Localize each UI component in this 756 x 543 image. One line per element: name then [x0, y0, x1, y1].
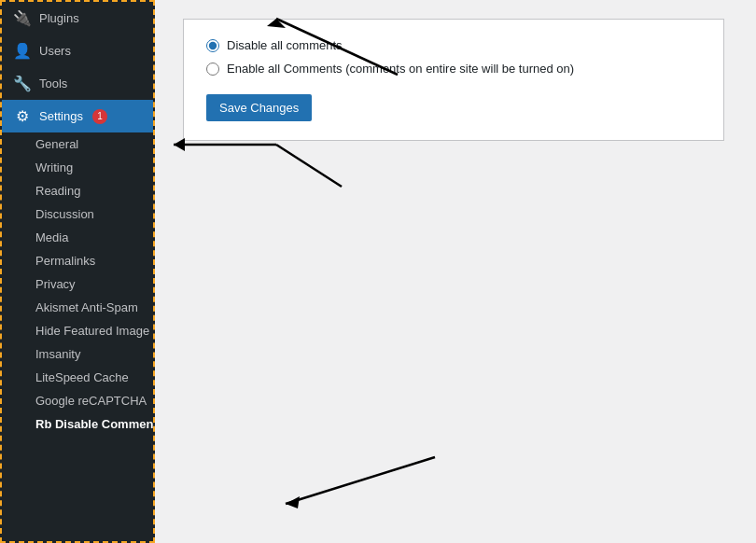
submenu-item-recaptcha[interactable]: Google reCAPTCHA: [2, 389, 153, 412]
save-changes-button[interactable]: Save Changes: [206, 94, 312, 121]
submenu-item-hide-featured[interactable]: Hide Featured Image: [2, 319, 153, 342]
submenu-item-media[interactable]: Media: [2, 226, 153, 249]
enable-all-label: Enable all Comments (comments on entire …: [227, 62, 574, 76]
submenu-item-rb-disable[interactable]: Rb Disable Comments: [2, 412, 153, 436]
sidebar: 🔌 Plugins 👤 Users 🔧 Tools ⚙ Settings 1 G…: [0, 0, 155, 543]
sidebar-item-label: Plugins: [39, 11, 79, 25]
svg-line-5: [286, 457, 435, 504]
settings-submenu: General Writing Reading Discussion Media…: [2, 132, 153, 436]
disable-all-radio[interactable]: [206, 39, 219, 52]
tools-icon: 🔧: [13, 75, 32, 92]
sidebar-item-settings[interactable]: ⚙ Settings 1: [2, 100, 153, 132]
svg-marker-6: [286, 496, 300, 508]
submenu-item-imsanity[interactable]: Imsanity: [2, 342, 153, 366]
arrow-settings-menu: [174, 138, 342, 187]
submenu-item-writing[interactable]: Writing: [2, 156, 153, 179]
settings-icon: ⚙: [13, 107, 32, 125]
users-icon: 👤: [13, 42, 32, 60]
sidebar-item-users[interactable]: 👤 Users: [2, 35, 153, 67]
submenu-item-litespeed[interactable]: LiteSpeed Cache: [2, 366, 153, 389]
settings-form: Disable all comments Enable all Comments…: [183, 19, 724, 141]
settings-badge: 1: [92, 109, 107, 124]
enable-all-radio[interactable]: [206, 63, 219, 76]
sidebar-item-label: Tools: [39, 77, 67, 90]
submenu-item-reading[interactable]: Reading: [2, 179, 153, 202]
sidebar-item-label: Settings: [39, 109, 83, 123]
disable-all-option[interactable]: Disable all comments: [206, 38, 701, 52]
plugins-icon: 🔌: [13, 9, 32, 27]
sidebar-item-tools[interactable]: 🔧 Tools: [2, 67, 153, 100]
disable-all-label: Disable all comments: [227, 38, 343, 52]
submenu-item-discussion[interactable]: Discussion: [2, 202, 153, 226]
enable-all-option[interactable]: Enable all Comments (comments on entire …: [206, 62, 701, 76]
svg-line-3: [276, 145, 342, 187]
main-content: Disable all comments Enable all Comments…: [155, 0, 756, 543]
comment-radio-group: Disable all comments Enable all Comments…: [206, 38, 701, 76]
submenu-item-privacy[interactable]: Privacy: [2, 272, 153, 296]
submenu-item-akismet[interactable]: Akismet Anti-Spam: [2, 296, 153, 319]
arrow-rb-disable: [286, 457, 435, 508]
submenu-item-permalinks[interactable]: Permalinks: [2, 249, 153, 272]
sidebar-item-label: Users: [39, 44, 71, 58]
submenu-item-general[interactable]: General: [2, 132, 153, 156]
sidebar-item-plugins[interactable]: 🔌 Plugins: [2, 2, 153, 35]
